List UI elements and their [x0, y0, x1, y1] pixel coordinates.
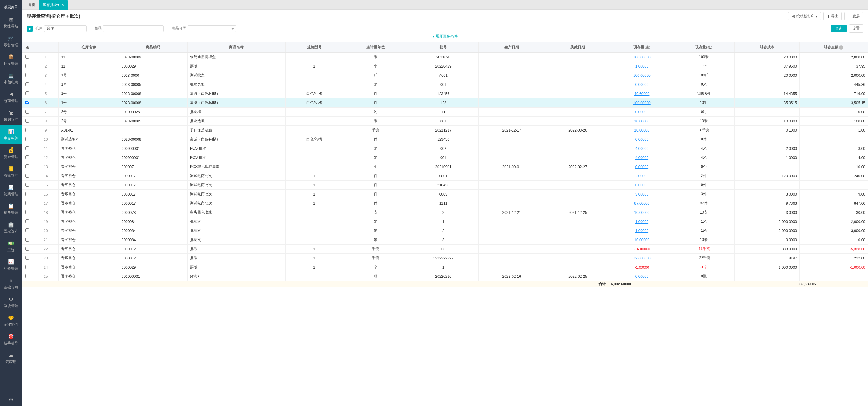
- sidebar-item-库存核算[interactable]: 📊 库存核算: [0, 125, 22, 144]
- row-qty-main[interactable]: -1.00000: [611, 263, 673, 272]
- col-code[interactable]: 商品编码: [119, 42, 187, 53]
- row-qty-main[interactable]: 0.00000: [611, 107, 673, 117]
- product-dots[interactable]: ...: [165, 26, 169, 31]
- row-check[interactable]: [22, 235, 33, 244]
- row-check[interactable]: [22, 53, 33, 62]
- col-warehouse[interactable]: 仓库名称: [59, 42, 119, 53]
- row-check[interactable]: [22, 135, 33, 144]
- search-button[interactable]: 查询: [831, 25, 847, 32]
- col-unit-cost[interactable]: 结存成本: [735, 42, 799, 53]
- col-unit[interactable]: 主计量单位: [343, 42, 408, 53]
- row-qty-main[interactable]: 0.00000: [611, 272, 673, 281]
- row-qty-main[interactable]: 49.60000: [611, 89, 673, 98]
- row-qty-main[interactable]: 1.00000: [611, 62, 673, 71]
- row-check[interactable]: [22, 80, 33, 89]
- row-qty-main[interactable]: 0.00000: [611, 181, 673, 190]
- sidebar-item-税务管理[interactable]: 📋 税务管理: [0, 200, 22, 218]
- col-check[interactable]: ◉: [22, 42, 33, 53]
- row-check[interactable]: [22, 171, 33, 181]
- row-qty-main[interactable]: 10.00000: [611, 235, 673, 244]
- row-qty-main[interactable]: 2.00000: [611, 171, 673, 181]
- row-qty-main[interactable]: 100.00000: [611, 53, 673, 62]
- row-qty-main[interactable]: 122.00000: [611, 254, 673, 263]
- row-check[interactable]: [22, 254, 33, 263]
- sidebar-logo[interactable]: 搜索菜单: [0, 2, 22, 12]
- row-qty-main[interactable]: 1.00000: [611, 226, 673, 235]
- sidebar-item-固定资产[interactable]: 🏢 固定资产: [0, 218, 22, 237]
- sidebar-item-资金管理[interactable]: 💰 资金管理: [0, 144, 22, 162]
- sidebar-item-工资[interactable]: 💵 工资: [0, 237, 22, 256]
- filter-expand-arrow[interactable]: ▶: [27, 26, 33, 32]
- row-qty-main[interactable]: 0.00000: [611, 80, 673, 89]
- col-name[interactable]: 商品名称: [187, 42, 285, 53]
- row-qty-main[interactable]: 10.00000: [611, 126, 673, 135]
- col-prod-date[interactable]: 生产日期: [479, 42, 545, 53]
- col-total-cost[interactable]: 结存金额i: [799, 42, 868, 53]
- row-qty-main[interactable]: 4.00000: [611, 144, 673, 153]
- row-check[interactable]: [22, 263, 33, 272]
- row-check[interactable]: [22, 208, 33, 217]
- sidebar-item-电商管理[interactable]: 🖥 电商管理: [0, 88, 22, 107]
- sidebar-item-采购管理[interactable]: 🛍 采购管理: [0, 107, 22, 125]
- sidebar-item-经营管理[interactable]: 📈 经营管理: [0, 256, 22, 274]
- sidebar-item-小额电商[interactable]: 💻 小额电商: [0, 69, 22, 88]
- sidebar-item-快捷导航[interactable]: ⊞ 快捷导航: [0, 13, 22, 32]
- export-button[interactable]: ⬆ 导出: [824, 12, 842, 21]
- row-qty-main[interactable]: 87.00000: [611, 199, 673, 208]
- row-qty-main[interactable]: 0.00000: [611, 135, 673, 144]
- product-input[interactable]: [103, 25, 164, 32]
- col-exp-date[interactable]: 失效日期: [545, 42, 611, 53]
- expand-more-button[interactable]: ▾ 展开更多条件: [433, 34, 458, 39]
- row-qty-main[interactable]: 10.00000: [611, 208, 673, 217]
- sidebar-item-总账管理[interactable]: 📒 总账管理: [0, 163, 22, 181]
- col-batch[interactable]: 批号: [408, 42, 479, 53]
- tab-inventory-batch[interactable]: 库存批次▾ ✕: [39, 0, 68, 10]
- print-button[interactable]: 🖨 按模板打印 ▾: [788, 12, 821, 21]
- row-check[interactable]: [22, 199, 33, 208]
- warehouse-input[interactable]: [44, 25, 87, 32]
- row-check[interactable]: [22, 153, 33, 162]
- row-check[interactable]: [22, 272, 33, 281]
- sidebar-item-批发管理[interactable]: 📦 批发管理: [0, 50, 22, 69]
- row-check[interactable]: [22, 126, 33, 135]
- row-check[interactable]: [22, 71, 33, 80]
- row-qty-main[interactable]: 3.00000: [611, 190, 673, 199]
- sidebar-item-发票管理[interactable]: 🧾 发票管理: [0, 181, 22, 200]
- tab-close-icon[interactable]: ✕: [61, 3, 64, 7]
- total-cost-info-icon[interactable]: i: [839, 45, 843, 49]
- tab-home[interactable]: 首页: [24, 0, 39, 10]
- warehouse-dots[interactable]: ...: [88, 26, 92, 31]
- row-check[interactable]: [22, 89, 33, 98]
- row-check[interactable]: [22, 107, 33, 117]
- row-qty-main[interactable]: 100.00000: [611, 71, 673, 80]
- sidebar-item-云应用[interactable]: ☁ 云应用: [0, 349, 22, 367]
- col-qty-store[interactable]: 现存量(仓): [673, 42, 735, 53]
- category-select[interactable]: [187, 25, 236, 32]
- row-check[interactable]: [22, 162, 33, 171]
- sidebar-item-企业协同[interactable]: 🤝 企业协同: [0, 312, 22, 330]
- row-qty-main[interactable]: 10.00000: [611, 117, 673, 126]
- sidebar-item-新手引导[interactable]: 🎯 新手引导: [0, 330, 22, 349]
- row-qty-main[interactable]: 1.00000: [611, 217, 673, 226]
- row-check[interactable]: [22, 144, 33, 153]
- sidebar-item-系统管理[interactable]: ⚙ 系统管理: [0, 293, 22, 312]
- row-check[interactable]: [22, 181, 33, 190]
- col-qty-main[interactable]: 现存量(主): [611, 42, 673, 53]
- row-qty-main[interactable]: 100.00000: [611, 98, 673, 107]
- row-check[interactable]: [22, 244, 33, 254]
- row-qty-main[interactable]: 0.00000: [611, 162, 673, 171]
- row-check[interactable]: [22, 117, 33, 126]
- row-check[interactable]: [22, 98, 33, 107]
- widescreen-button[interactable]: ⛶ 宽屏: [844, 12, 863, 21]
- row-qty-main[interactable]: 4.00000: [611, 153, 673, 162]
- row-qty-main[interactable]: -16.00000: [611, 244, 673, 254]
- row-check[interactable]: [22, 226, 33, 235]
- row-check[interactable]: [22, 62, 33, 71]
- settings-icon[interactable]: ⚙: [0, 393, 22, 406]
- col-spec[interactable]: 规格型号: [285, 42, 343, 53]
- row-check[interactable]: [22, 190, 33, 199]
- settings-button[interactable]: 设置: [849, 24, 863, 33]
- sidebar-item-基础信息[interactable]: ℹ 基础信息: [0, 274, 22, 293]
- sidebar-item-零售管理[interactable]: 🛒 零售管理: [0, 32, 22, 50]
- row-check[interactable]: [22, 217, 33, 226]
